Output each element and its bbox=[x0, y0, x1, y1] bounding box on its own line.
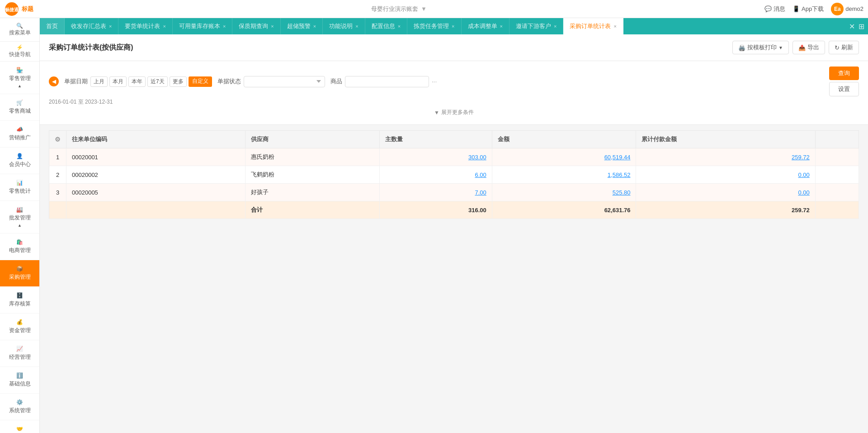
message-btn[interactable]: 💬 消息 bbox=[764, 5, 785, 13]
nav-tabs-bar: 首页 收发存汇总表 × 要货单统计表 × 可用量库存账本 × 保质期查询 × 超… bbox=[40, 18, 868, 34]
template-print-icon: 🖨️ bbox=[738, 44, 745, 51]
tab-available-inventory-close[interactable]: × bbox=[223, 24, 226, 29]
tab-overstock[interactable]: 超储预警 × bbox=[281, 18, 323, 34]
sidebar-item-ecom-label: 电商管理 bbox=[9, 247, 31, 254]
sidebar-item-ecom[interactable]: 🛍️ 电商管理 bbox=[0, 233, 39, 260]
breadcrumb-dropdown-icon[interactable]: ▼ bbox=[421, 5, 427, 12]
amount-link-1[interactable]: 60,519.44 bbox=[604, 154, 631, 161]
tab-pick-task-close[interactable]: × bbox=[452, 24, 454, 29]
tab-expiry-query[interactable]: 保质期查询 × bbox=[232, 18, 280, 34]
filter-actions: 查询 设置 bbox=[829, 67, 859, 96]
sidebar-item-retail-mgmt[interactable]: 🏪 零售管理 ▲ bbox=[0, 62, 39, 94]
tab-expiry-query-close[interactable]: × bbox=[271, 24, 274, 29]
filter-collapse-button[interactable]: ◀ bbox=[49, 76, 59, 86]
settings-button[interactable]: 设置 bbox=[829, 82, 859, 96]
tab-overstock-close[interactable]: × bbox=[313, 24, 316, 29]
goods-filter-input[interactable] bbox=[345, 76, 429, 87]
data-table: ⚙ 往来单位编码 供应商 主数量 金额 累计付款金额 1 bbox=[49, 130, 859, 219]
sidebar-item-member[interactable]: 👤 会员中心 bbox=[0, 148, 39, 174]
page-content: 采购订单统计表(按供应商) 🖨️ 按模板打印 ▼ 📤 导出 ↻ 刷新 bbox=[40, 34, 868, 433]
avatar: Ea bbox=[831, 3, 844, 15]
export-button[interactable]: 📤 导出 bbox=[793, 41, 825, 54]
sidebar-item-inventory[interactable]: 🗄️ 库存核算 bbox=[0, 287, 39, 314]
cell-qty-3: 7.00 bbox=[379, 184, 492, 201]
sidebar-item-inventory-label: 库存核算 bbox=[9, 300, 31, 308]
tab-cost-adjust-label: 成本调整单 bbox=[468, 22, 497, 30]
user-area[interactable]: Ea demo2 bbox=[831, 3, 863, 15]
sidebar-item-retail-stats[interactable]: 📊 零售统计 bbox=[0, 174, 39, 201]
sidebar-item-retail-mall[interactable]: 🛒 零售商城 bbox=[0, 94, 39, 121]
cell-index-1: 1 bbox=[49, 148, 66, 166]
sidebar-item-operation-label: 经营管理 bbox=[9, 353, 31, 361]
basic-info-icon: ℹ️ bbox=[16, 372, 23, 379]
template-print-button[interactable]: 🖨️ 按模板打印 ▼ bbox=[732, 41, 789, 54]
tab-receive-send[interactable]: 收发存汇总表 × bbox=[65, 18, 118, 34]
table-footer-row: 合计 316.00 62,631.76 259.72 bbox=[49, 201, 859, 219]
tab-receive-send-label: 收发存汇总表 bbox=[71, 22, 106, 30]
sidebar-item-system[interactable]: ⚙️ 系统管理 bbox=[0, 394, 39, 420]
sidebar-search[interactable]: 🔍 搜索菜单 bbox=[0, 18, 39, 42]
refresh-button[interactable]: ↻ 刷新 bbox=[829, 41, 859, 54]
tab-cost-adjust-close[interactable]: × bbox=[500, 24, 503, 29]
query-button[interactable]: 查询 bbox=[829, 67, 859, 80]
sidebar-item-wholesale[interactable]: 🏭 批发管理 ▲ bbox=[0, 201, 39, 233]
expand-more-button[interactable]: ▼ 展开更多条件 bbox=[49, 106, 859, 119]
sidebar-item-finance[interactable]: 💰 资金管理 bbox=[0, 314, 39, 340]
shortcut-last-month[interactable]: 上月 bbox=[90, 76, 108, 87]
shortcut-7days[interactable]: 近7天 bbox=[147, 76, 168, 87]
qty-link-3[interactable]: 7.00 bbox=[475, 189, 486, 196]
tabs-expand-icon[interactable]: ⊞ bbox=[859, 22, 864, 31]
qty-link-1[interactable]: 303.00 bbox=[468, 154, 486, 161]
tab-receive-send-close[interactable]: × bbox=[109, 24, 112, 29]
paid-link-2[interactable]: 0.00 bbox=[798, 171, 809, 178]
tab-cost-adjust[interactable]: 成本调整单 × bbox=[462, 18, 509, 34]
export-label: 导出 bbox=[807, 43, 819, 52]
column-settings-icon[interactable]: ⚙ bbox=[55, 136, 61, 143]
qty-link-2[interactable]: 6.00 bbox=[475, 171, 486, 178]
tab-function-desc[interactable]: 功能说明 × bbox=[323, 18, 365, 34]
shortcut-this-month[interactable]: 本月 bbox=[109, 76, 127, 87]
content-area: 首页 收发存汇总表 × 要货单统计表 × 可用量库存账本 × 保质期查询 × 超… bbox=[40, 18, 868, 433]
status-filter-select[interactable] bbox=[244, 76, 325, 87]
sidebar-item-operation[interactable]: 📈 经营管理 bbox=[0, 340, 39, 367]
app-download-btn[interactable]: 📱 App下载 bbox=[793, 5, 824, 13]
sidebar-item-marketing[interactable]: 📣 营销推广 bbox=[0, 121, 39, 148]
tab-invite-downstream[interactable]: 邀请下游客户 × bbox=[509, 18, 563, 34]
shortcut-more[interactable]: 更多 bbox=[170, 76, 187, 87]
tab-goods-stats-close[interactable]: × bbox=[163, 24, 165, 29]
custom-date-tag[interactable]: 自定义 bbox=[189, 76, 212, 87]
tab-function-desc-close[interactable]: × bbox=[355, 24, 358, 29]
sidebar-item-purchase-label: 采购管理 bbox=[9, 273, 31, 281]
tab-pick-task[interactable]: 拣货任务管理 × bbox=[407, 18, 461, 34]
sidebar-item-basic-info[interactable]: ℹ️ 基础信息 bbox=[0, 367, 39, 394]
finance-icon: 💰 bbox=[16, 319, 23, 325]
top-right-area: 💬 消息 📱 App下载 Ea demo2 bbox=[764, 3, 863, 15]
cell-supplier-1: 惠氏奶粉 bbox=[245, 148, 379, 166]
tab-config-info[interactable]: 配置信息 × bbox=[365, 18, 407, 34]
template-dropdown-icon: ▼ bbox=[778, 45, 783, 50]
tabs-close-icon[interactable]: ✕ bbox=[849, 22, 855, 31]
cell-index-2: 2 bbox=[49, 166, 66, 184]
tab-available-inventory[interactable]: 可用量库存账本 × bbox=[173, 18, 232, 34]
tab-purchase-order-stats-close[interactable]: × bbox=[613, 24, 616, 29]
sidebar-quick-nav[interactable]: ⚡ 快捷导航 bbox=[0, 42, 39, 62]
goods-more-icon[interactable]: ··· bbox=[432, 78, 437, 85]
sidebar-item-purchase[interactable]: 📦 采购管理 bbox=[0, 260, 39, 287]
sidebar-item-retail-mgmt-label: 零售管理 bbox=[9, 75, 31, 82]
amount-link-3[interactable]: 525.80 bbox=[613, 189, 631, 196]
tab-goods-stats-label: 要货单统计表 bbox=[125, 22, 160, 30]
inventory-icon: 🗄️ bbox=[16, 292, 23, 299]
ecom-icon: 🛍️ bbox=[16, 239, 23, 245]
tab-config-info-close[interactable]: × bbox=[398, 24, 401, 29]
breadcrumb-area: 母婴行业演示账套 ▼ bbox=[371, 5, 427, 13]
paid-link-3[interactable]: 0.00 bbox=[798, 189, 809, 196]
shortcut-this-year[interactable]: 本年 bbox=[128, 76, 146, 87]
tab-home[interactable]: 首页 bbox=[40, 18, 65, 34]
sidebar-item-enterprise[interactable]: 🤝 企业协同 bbox=[0, 420, 39, 433]
amount-link-2[interactable]: 1,586.52 bbox=[608, 171, 631, 178]
status-filter-label: 单据状态 bbox=[217, 77, 241, 86]
tab-purchase-order-stats[interactable]: 采购订单统计表 × bbox=[563, 18, 623, 34]
paid-link-1[interactable]: 259.72 bbox=[792, 154, 810, 161]
tab-invite-downstream-close[interactable]: × bbox=[554, 24, 557, 29]
tab-goods-stats[interactable]: 要货单统计表 × bbox=[118, 18, 172, 34]
